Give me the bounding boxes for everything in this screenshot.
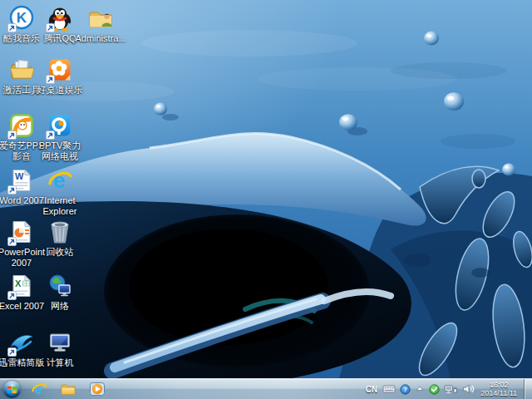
folder-icon — [8, 57, 35, 83]
shortcut-arrow-icon — [7, 291, 17, 300]
network-status-icon[interactable] — [444, 383, 458, 396]
taskbar: e CN — [0, 378, 532, 399]
user-folder-icon — [87, 5, 114, 32]
svg-text:e: e — [53, 168, 65, 193]
icon-label: Internet Explorer — [33, 195, 86, 217]
show-hidden-icons-arrow[interactable] — [415, 384, 425, 394]
svg-text:?: ? — [403, 386, 407, 393]
svg-text:W: W — [15, 171, 24, 181]
desktop-icon-administrator-folder[interactable]: Administra... — [74, 5, 127, 44]
computer-monitor-icon — [47, 329, 73, 356]
network-globe-icon — [47, 273, 73, 299]
windows7-desktop: K 酷我音乐 腾讯QQ Administra... — [0, 0, 532, 399]
internet-explorer-icon: e — [31, 381, 47, 397]
desktop-icon-pptv[interactable]: PPTV聚力 网络电视 — [33, 112, 86, 162]
recycle-bin-icon — [47, 219, 73, 245]
shortcut-arrow-icon — [46, 23, 55, 32]
shortcut-arrow-icon — [46, 131, 55, 140]
desktop-icon-network[interactable]: 网络 — [33, 273, 86, 312]
start-button[interactable] — [3, 381, 21, 398]
shortcut-arrow-icon — [7, 131, 17, 140]
desktop-icon-recycle-bin[interactable]: 回收站 — [33, 219, 86, 258]
media-player-icon — [89, 381, 106, 397]
shortcut-arrow-icon — [7, 237, 17, 246]
svg-text:X: X — [15, 278, 22, 288]
shortcut-arrow-icon — [7, 23, 17, 32]
taskbar-button-windows-media-player[interactable] — [86, 380, 108, 398]
clock-date: 2014/11/11 — [480, 389, 517, 397]
system-tray: CN ? — [365, 379, 532, 399]
shortcut-arrow-icon — [7, 185, 17, 195]
taskbar-button-internet-explorer[interactable]: e — [28, 380, 50, 398]
help-question-icon[interactable]: ? — [400, 384, 411, 395]
icon-label: 好桌道娱乐 — [33, 85, 86, 96]
icon-label: 回收站 — [33, 247, 86, 258]
icon-label: Administra... — [74, 33, 127, 44]
security-check-icon[interactable] — [429, 384, 440, 395]
show-desktop-button[interactable] — [524, 379, 532, 399]
shortcut-arrow-icon — [46, 75, 55, 84]
folder-icon — [60, 381, 76, 397]
windows-flag-icon — [6, 383, 18, 396]
desktop-icon-computer[interactable]: 计算机 — [33, 329, 86, 368]
clock-time: 16:02 — [480, 381, 517, 389]
internet-explorer-icon: e — [47, 167, 73, 194]
svg-text:K: K — [17, 10, 27, 26]
icon-label: PPTV聚力 网络电视 — [33, 140, 86, 162]
svg-text:e: e — [35, 382, 42, 397]
speaker-volume-icon[interactable] — [462, 383, 475, 395]
icon-label: 网络 — [33, 301, 86, 312]
taskbar-button-windows-explorer[interactable] — [57, 380, 79, 398]
keyboard-icon[interactable] — [382, 382, 396, 396]
shortcut-arrow-icon — [7, 347, 17, 357]
ime-language-indicator[interactable]: CN — [365, 385, 378, 394]
desktop-icon-haozhuodao[interactable]: 好桌道娱乐 — [33, 57, 86, 96]
desktop-icon-internet-explorer[interactable]: e Internet Explorer — [33, 167, 86, 217]
clock[interactable]: 16:02 2014/11/11 — [480, 381, 517, 397]
icon-label: 计算机 — [33, 357, 86, 368]
